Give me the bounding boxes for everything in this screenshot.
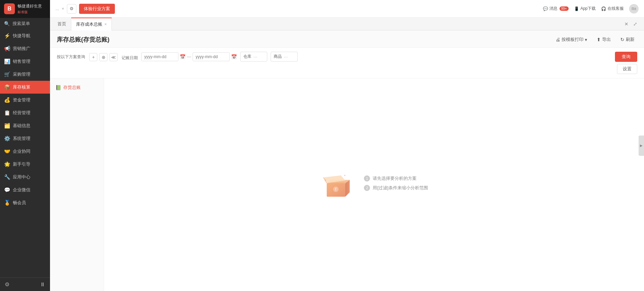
- sidebar-item-quick-nav[interactable]: ⚡快捷导航: [0, 29, 50, 42]
- app-download-btn[interactable]: 📱 App下载: [574, 6, 596, 11]
- sidebar-item-inventory[interactable]: 📦库存核算: [0, 81, 50, 94]
- side-panel-handle[interactable]: ▶: [639, 136, 644, 156]
- expand-icon[interactable]: ⤢: [632, 21, 639, 27]
- nav-label-member: 畅会员: [13, 200, 26, 206]
- sidebar-item-purchase[interactable]: 🛒采购管理: [0, 68, 50, 81]
- nav-icon-system: ⚙️: [4, 136, 10, 142]
- warehouse-label: 仓库: [243, 54, 251, 59]
- nav-icon-app-center: 🔧: [4, 174, 10, 180]
- calendar-end-icon[interactable]: 📅: [231, 54, 237, 59]
- tip-text-2: 用[过滤]条件来缩小分析范围: [373, 185, 428, 191]
- nav-icon-marketing: 📢: [4, 46, 10, 52]
- nav-icon-sales: 📊: [4, 58, 10, 65]
- product-more-icon: ···: [284, 54, 288, 59]
- sidebar-nav: ⚡快捷导航📢营销推广📊销售管理🛒采购管理📦库存核算💰资金管理📋经营管理🗂️基础信…: [0, 29, 50, 277]
- tab-bar: 首页 库存成本总账 × ✕ ⤢: [50, 18, 644, 30]
- scheme-item-label: 存货总账: [63, 84, 81, 91]
- sidebar-item-app-center[interactable]: 🔧应用中心: [0, 171, 50, 184]
- nav-label-purchase: 采购管理: [13, 71, 30, 77]
- filter-settings-btn[interactable]: ⊛: [99, 53, 107, 61]
- empty-tips: 1 请先选择要分析的方案 2 用[过滤]条件来缩小分析范围: [364, 175, 428, 194]
- product-select[interactable]: 商品 ···: [271, 52, 298, 62]
- date-start-input[interactable]: [141, 52, 178, 61]
- tip-num-1: 1: [364, 175, 370, 181]
- search-menu[interactable]: 🔍 搜索菜单: [0, 18, 50, 29]
- tab-inventory-ledger[interactable]: 库存成本总账 ×: [71, 18, 112, 30]
- nav-label-app-center: 应用中心: [13, 174, 30, 180]
- refresh-btn[interactable]: ↻ 刷新: [618, 35, 637, 44]
- nav-icon-operations: 📋: [4, 110, 10, 116]
- print-icon: 🖨: [555, 37, 560, 42]
- print-arrow: ▾: [585, 37, 587, 42]
- breadcrumb-arrow: ▾: [62, 6, 64, 11]
- main-area: ... ▾ ⚙ 体验行业方案 💬 消息 99+ 📱 App下载 🎧 在线客服 R…: [50, 0, 644, 291]
- nav-label-newbie: 新手引导: [13, 161, 30, 167]
- calendar-start-icon[interactable]: 📅: [180, 54, 185, 59]
- close-window-icon[interactable]: ✕: [623, 21, 630, 27]
- online-service-btn[interactable]: 🎧 在线客服: [601, 6, 624, 11]
- sidebar-item-system[interactable]: ⚙️系统管理: [0, 132, 50, 145]
- export-btn[interactable]: ⬆ 导出: [594, 35, 614, 44]
- app-download-label: App下载: [580, 6, 596, 11]
- warehouse-select[interactable]: 仓库 ···: [240, 52, 267, 62]
- date-range-group: 📅 — 📅: [141, 52, 237, 61]
- sidebar-item-enterprise[interactable]: 🤝企业协同: [0, 145, 50, 158]
- user-avatar[interactable]: Rit: [629, 4, 639, 14]
- product-label: 商品: [274, 54, 282, 59]
- sidebar-bottom: ⚙ ⏸: [0, 277, 50, 291]
- export-icon: ⬆: [597, 37, 601, 42]
- breadcrumb: ...: [55, 6, 59, 11]
- sidebar-item-basic[interactable]: 🗂️基础信息: [0, 119, 50, 132]
- nav-label-enterprise: 企业协同: [13, 148, 30, 154]
- content-area: 库存总账(存货总账) 🖨 按模板打印 ▾ ⬆ 导出 ↻ 刷新 按以下方案查询: [50, 30, 644, 291]
- logo-icon: B: [4, 3, 15, 14]
- header-settings-btn[interactable]: ⚙: [67, 4, 76, 14]
- sidebar-item-operations[interactable]: 📋经营管理: [0, 106, 50, 119]
- filter-add-btns: ＋ ⊛ ≪: [89, 52, 118, 61]
- message-btn[interactable]: 💬 消息 99+: [543, 6, 569, 11]
- sidebar-item-wechat[interactable]: 💬企业微信: [0, 184, 50, 196]
- audio-icon[interactable]: ⏸: [40, 282, 45, 288]
- svg-text:✦: ✦: [324, 178, 327, 182]
- collapse-filter-btn[interactable]: ≪: [109, 53, 118, 61]
- app-logo: B 畅捷通好生意 标准版: [0, 0, 50, 18]
- svg-text:!: !: [335, 188, 336, 191]
- settings-icon[interactable]: ⚙: [5, 281, 9, 288]
- date-label: 记账日期: [122, 53, 138, 61]
- nav-icon-inventory: 📦: [4, 84, 10, 90]
- add-filter-btn[interactable]: ＋: [89, 53, 97, 61]
- print-label: 按模板打印: [562, 37, 584, 43]
- industry-btn[interactable]: 体验行业方案: [79, 4, 115, 14]
- nav-label-inventory: 库存核算: [13, 84, 30, 90]
- nav-icon-purchase: 🛒: [4, 71, 10, 77]
- message-label: 消息: [549, 6, 558, 11]
- tip-text-1: 请先选择要分析的方案: [373, 175, 417, 181]
- tab-home[interactable]: 首页: [53, 18, 71, 30]
- sidebar-item-finance[interactable]: 💰资金管理: [0, 94, 50, 106]
- app-version: 标准版: [18, 10, 42, 15]
- nav-label-system: 系统管理: [13, 136, 30, 142]
- page-title-bar: 库存总账(存货总账) 🖨 按模板打印 ▾ ⬆ 导出 ↻ 刷新: [50, 30, 644, 48]
- sidebar-item-sales[interactable]: 📊销售管理: [0, 55, 50, 68]
- page-title: 库存总账(存货总账): [57, 35, 109, 44]
- user-name: Rit: [631, 7, 636, 11]
- header-left: ... ▾ ⚙ 体验行业方案: [55, 4, 539, 14]
- settings-btn[interactable]: 设置: [617, 64, 637, 74]
- tab-close-icon[interactable]: ×: [104, 22, 107, 27]
- sidebar-item-marketing[interactable]: 📢营销推广: [0, 42, 50, 55]
- sidebar-item-newbie[interactable]: 🌟新手引导: [0, 158, 50, 171]
- page-actions: 🖨 按模板打印 ▾ ⬆ 导出 ↻ 刷新: [553, 35, 637, 44]
- query-btn[interactable]: 查询: [615, 52, 637, 62]
- nav-icon-newbie: 🌟: [4, 161, 10, 167]
- empty-tip-1: 1 请先选择要分析的方案: [364, 175, 428, 181]
- nav-icon-enterprise: 🤝: [4, 148, 10, 154]
- date-end-input[interactable]: [193, 52, 230, 61]
- sidebar-item-member[interactable]: 🏅畅会员: [0, 196, 50, 209]
- empty-illustration: ! ✦ ✦: [320, 168, 354, 202]
- breadcrumb-text: ...: [55, 6, 59, 11]
- scheme-item-inventory[interactable]: 📗 存货总账: [50, 82, 104, 93]
- export-label: 导出: [602, 37, 611, 43]
- nav-label-basic: 基础信息: [13, 123, 30, 129]
- print-btn[interactable]: 🖨 按模板打印 ▾: [553, 35, 590, 44]
- nav-icon-finance: 💰: [4, 97, 10, 103]
